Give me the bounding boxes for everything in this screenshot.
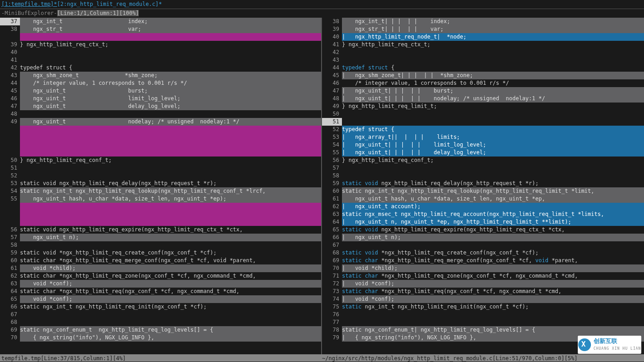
code-line[interactable]: 60static char *ngx_http_limit_req_merge_… [0, 257, 321, 264]
code-text [20, 311, 321, 318]
code-line[interactable]: 59static void *ngx_http_limit_req_create… [0, 249, 321, 257]
line-number: 63 [0, 280, 20, 288]
code-line[interactable]: 74| void *conf); [322, 295, 644, 303]
line-number: 71 [322, 272, 342, 280]
code-line[interactable]: 51 [322, 118, 644, 126]
code-line[interactable]: 44typedef struct { [322, 64, 644, 72]
code-line[interactable]: 46 ngx_uint_t limit_log_level; [0, 95, 321, 103]
code-line[interactable]: 62static char *ngx_http_limit_req_zone(n… [0, 272, 321, 280]
tab-2[interactable]: [2:ngx_http_limit_req_module.c]* [57, 1, 162, 7]
code-line[interactable]: 50 [322, 110, 644, 118]
code-line[interactable]: 70 { ngx_string("info"), NGX_LOG_INFO }, [0, 334, 321, 342]
code-line[interactable] [0, 133, 321, 141]
tab-1[interactable]: [1:tempfile.tmp]* [1, 1, 57, 7]
code-line[interactable]: 43 [322, 56, 644, 64]
buffer-tabs[interactable]: [1:tempfile.tmp]*[2:ngx_http_limit_req_m… [0, 0, 644, 9]
code-line[interactable]: 47| ngx_uint_t| | | | | burst; [322, 87, 644, 95]
code-line[interactable]: 45| ngx_shm_zone_t| | | | | *shm_zone; [322, 72, 644, 79]
code-line[interactable]: 64static char *ngx_http_limit_req(ngx_co… [0, 288, 321, 295]
line-number: 50 [322, 110, 342, 118]
code-text: static void ngx_http_limit_req_delay(ngx… [342, 180, 644, 187]
code-line[interactable]: 78static ngx_conf_enum_t| ngx_http_limit… [322, 326, 644, 334]
code-line[interactable]: 53| ngx_array_t|| | | | limits; [322, 133, 644, 141]
code-line[interactable]: 67 [322, 241, 644, 249]
code-line[interactable]: 69static ngx_conf_enum_t ngx_http_limit_… [0, 326, 321, 334]
code-line[interactable]: 38 ngx_int_t| | | | | index; [322, 18, 644, 25]
code-line[interactable]: 40| ngx_http_limit_req_node_t| *node; [322, 33, 644, 41]
code-line[interactable]: 50} ngx_http_limit_req_conf_t; [0, 157, 321, 164]
code-line[interactable]: 48| ngx_uint_t| | | | | nodelay; /* unsi… [322, 95, 644, 103]
code-line[interactable]: 54static ngx_int_t ngx_http_limit_req_lo… [0, 187, 321, 195]
line-number: 56 [0, 226, 20, 234]
code-line[interactable]: 66| ngx_uint_t n); [322, 234, 644, 241]
code-line[interactable]: 57 ngx_uint_t n); [0, 234, 321, 241]
code-line[interactable]: 70| void *child); [322, 264, 644, 272]
code-line[interactable]: 67 [0, 311, 321, 318]
code-line[interactable]: 52 [0, 172, 321, 180]
code-line[interactable]: 71static char *ngx_http_limit_req_zone(n… [322, 272, 644, 280]
left-pane[interactable]: 37 ngx_int_t index;38 ngx_str_t var; 39}… [0, 18, 322, 354]
code-line[interactable]: 54| ngx_uint_t| | | | | limit_log_level; [322, 141, 644, 149]
line-number [0, 126, 20, 133]
code-line[interactable] [0, 33, 321, 41]
code-line[interactable]: 49 ngx_uint_t nodelay; /* unsigned nodel… [0, 118, 321, 126]
code-line[interactable]: 77 [322, 318, 644, 326]
code-line[interactable]: 75static ngx_int_t ngx_http_limit_req_in… [322, 303, 644, 311]
code-line[interactable]: 76 [322, 311, 644, 318]
code-text: static void ngx_http_limit_req_expire(ng… [342, 226, 644, 234]
code-line[interactable]: 68static void *ngx_http_limit_req_create… [322, 249, 644, 257]
code-line[interactable]: 51 [0, 164, 321, 172]
code-line[interactable]: 37 ngx_int_t index; [0, 18, 321, 25]
code-line[interactable]: 56} ngx_http_limit_req_conf_t; [322, 157, 644, 164]
code-line[interactable] [0, 210, 321, 218]
code-line[interactable]: 53static void ngx_http_limit_req_delay(n… [0, 180, 321, 187]
code-line[interactable] [0, 149, 321, 157]
code-line[interactable]: 58 [322, 172, 644, 180]
code-line[interactable]: 58 [0, 241, 321, 249]
code-line[interactable]: 48 [0, 110, 321, 118]
code-line[interactable]: 41 [0, 56, 321, 64]
code-line[interactable]: 66static ngx_int_t ngx_http_limit_req_in… [0, 303, 321, 311]
code-line[interactable] [0, 126, 321, 133]
code-text [20, 241, 321, 249]
code-line[interactable]: 57 [322, 164, 644, 172]
code-line[interactable]: 59static void ngx_http_limit_req_delay(n… [322, 180, 644, 187]
code-line[interactable]: 44 /* integer value, 1 corresponds to 0.… [0, 79, 321, 87]
code-line[interactable]: 62| ngx_uint_t account); [322, 203, 644, 210]
code-line[interactable]: 60static ngx_int_t ngx_http_limit_req_lo… [322, 187, 644, 195]
code-line[interactable]: 65static void ngx_http_limit_req_expire(… [322, 226, 644, 234]
code-line[interactable]: 64| ngx_uint_t n, ngx_uint_t *ep, ngx_ht… [322, 218, 644, 226]
code-line[interactable]: 40 [0, 49, 321, 56]
code-line[interactable]: 72| void *conf); [322, 280, 644, 288]
code-line[interactable] [0, 141, 321, 149]
code-line[interactable]: 49} ngx_http_limit_req_limit_t; [322, 103, 644, 110]
code-line[interactable]: 45 ngx_uint_t burst; [0, 87, 321, 95]
code-line[interactable]: 63 void *conf); [0, 280, 321, 288]
code-line[interactable]: 43 ngx_shm_zone_t *shm_zone; [0, 72, 321, 79]
code-line[interactable]: 39} ngx_http_limit_req_ctx_t; [0, 41, 321, 49]
code-line[interactable] [0, 218, 321, 226]
right-pane[interactable]: 38 ngx_int_t| | | | | index;39 ngx_str_t… [322, 18, 644, 354]
code-line[interactable]: 52typedef struct { [322, 126, 644, 133]
code-line[interactable]: 55| ngx_uint_t| | | | | delay_log_level; [322, 149, 644, 157]
code-text: static void ngx_http_limit_req_expire(ng… [20, 226, 321, 234]
code-line[interactable]: 38 ngx_str_t var; [0, 25, 321, 33]
code-line[interactable]: 63static ngx_msec_t ngx_http_limit_req_a… [322, 210, 644, 218]
code-line[interactable]: 47 ngx_uint_t delay_log_level; [0, 103, 321, 110]
code-line[interactable]: 73static char *ngx_http_limit_req(ngx_co… [322, 288, 644, 295]
code-line[interactable]: 61 ngx_uint_t hash, u_char *data, size_t… [322, 195, 644, 203]
code-line[interactable]: 56static void ngx_http_limit_req_expire(… [0, 226, 321, 234]
code-line[interactable]: 65 void *conf); [0, 295, 321, 303]
code-line[interactable]: 55 ngx_uint_t hash, u_char *data, size_t… [0, 195, 321, 203]
code-line[interactable]: 42 [322, 49, 644, 56]
code-line[interactable]: 46 /* integer value, 1 corresponds to 0.… [322, 79, 644, 87]
code-line[interactable]: 42typedef struct { [0, 64, 321, 72]
line-number: 40 [0, 49, 20, 56]
code-line[interactable]: 68 [0, 318, 321, 326]
code-line[interactable]: 61 void *child); [0, 264, 321, 272]
code-line[interactable]: 41} ngx_http_limit_req_ctx_t; [322, 41, 644, 49]
code-line[interactable]: 39 ngx_str_t| | | | | var; [322, 25, 644, 33]
line-number: 57 [0, 234, 20, 241]
code-line[interactable]: 69static char *ngx_http_limit_req_merge_… [322, 257, 644, 264]
code-line[interactable] [0, 203, 321, 210]
